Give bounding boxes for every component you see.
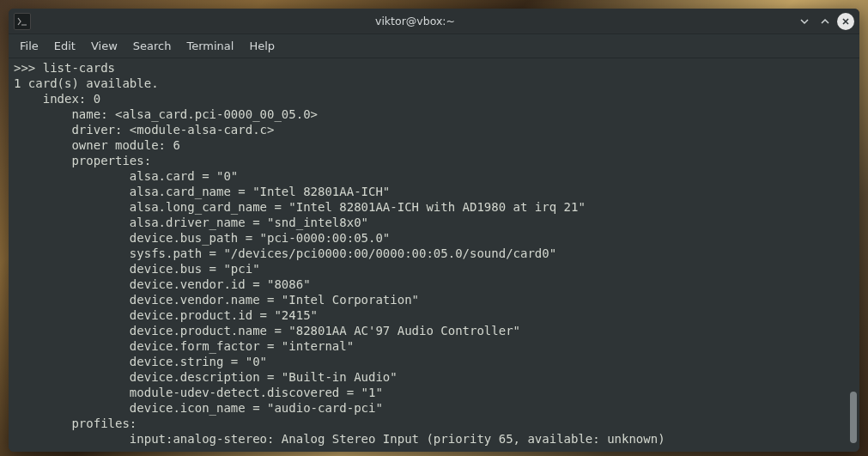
titlebar: viktor@vbox:~ <box>9 9 859 34</box>
menu-edit[interactable]: Edit <box>46 36 83 56</box>
close-button[interactable] <box>837 13 854 30</box>
menu-terminal[interactable]: Terminal <box>179 36 241 56</box>
terminal-app-icon <box>14 13 31 30</box>
menu-help[interactable]: Help <box>241 36 282 56</box>
menubar: File Edit View Search Terminal Help <box>9 34 859 58</box>
scrollbar-track <box>850 58 857 452</box>
menu-search[interactable]: Search <box>125 36 179 56</box>
maximize-button[interactable] <box>816 13 834 30</box>
window-title: viktor@vbox:~ <box>38 15 792 27</box>
terminal-content[interactable]: >>> list-cards 1 card(s) available. inde… <box>9 58 859 452</box>
menu-view[interactable]: View <box>83 36 125 56</box>
scrollbar-thumb[interactable] <box>850 392 857 443</box>
minimize-button[interactable] <box>796 13 813 30</box>
terminal-window: viktor@vbox:~ File Edit View Search Term… <box>9 9 859 452</box>
menu-file[interactable]: File <box>12 36 46 56</box>
terminal-viewport: >>> list-cards 1 card(s) available. inde… <box>9 58 859 452</box>
